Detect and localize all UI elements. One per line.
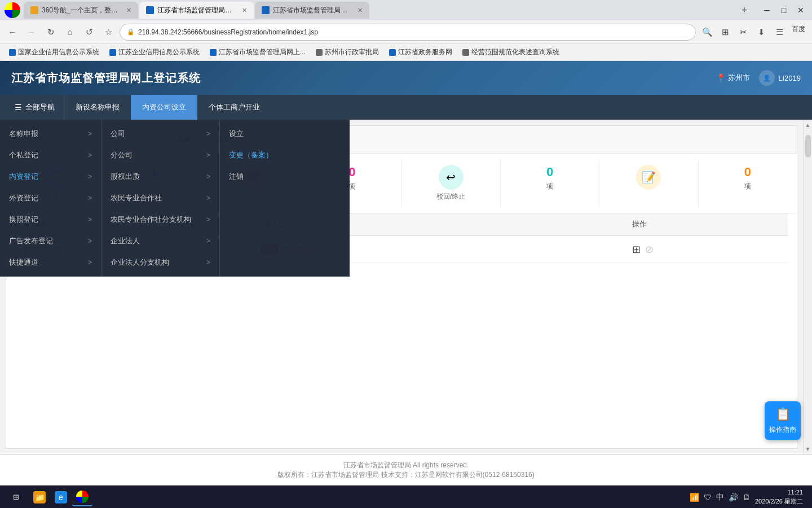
home-button[interactable]: ⌂ — [62, 24, 78, 40]
dropdown-col3-item[interactable]: 注销 — [220, 166, 350, 187]
refresh-button[interactable]: ↻ — [43, 24, 59, 40]
scissors-button[interactable]: ✂ — [735, 24, 751, 40]
input-method-icon[interactable]: 中 — [716, 492, 724, 502]
dropdown-col2-item[interactable]: 企业法人分支机构> — [102, 252, 219, 273]
dd-subitem-label: 注销 — [229, 172, 244, 181]
maximize-button[interactable]: □ — [777, 3, 791, 17]
dropdown-col2-item[interactable]: 公司> — [102, 123, 219, 144]
float-action-button[interactable]: 📋 操作指南 — [765, 401, 801, 440]
taskbar-tray: 📶 🛡 中 🔊 🖥 11:21 2020/2/26 星期二 — [690, 488, 807, 506]
bookmark-favicon — [316, 49, 323, 56]
menu-button[interactable]: ☰ — [771, 24, 787, 40]
dd-subitem-label: 变更（备案） — [229, 151, 273, 159]
dd-arrow-icon: > — [88, 259, 92, 266]
dropdown-col1-item[interactable]: 外资登记> — [0, 187, 101, 209]
footer-copyright: 江苏省市场监督管理局 All rights reserved. — [0, 461, 812, 470]
taskbar-apps: 📁 e — [29, 488, 92, 506]
volume-icon[interactable]: 🔊 — [729, 493, 738, 502]
forward-button[interactable]: → — [24, 24, 39, 40]
minimize-button[interactable]: ─ — [760, 3, 774, 17]
dropdown-col1-item[interactable]: 换照登记> — [0, 209, 101, 230]
start-button[interactable]: ⊞ — [5, 488, 27, 506]
dd-arrow-icon: > — [88, 151, 92, 159]
taskbar-app-browser[interactable] — [72, 488, 92, 506]
tray-time[interactable]: 11:21 2020/2/26 星期二 — [755, 488, 803, 506]
back-button[interactable]: ← — [5, 24, 20, 40]
wifi-icon[interactable]: 📶 — [690, 493, 699, 502]
scroll-down[interactable]: ▼ — [803, 444, 812, 454]
dropdown-col2-item[interactable]: 股权出质> — [102, 166, 219, 187]
search-button[interactable]: 🔍 — [699, 24, 715, 40]
scroll-up[interactable]: ▲ — [803, 120, 812, 130]
taskbar-app-ie[interactable]: e — [51, 488, 71, 506]
dd-item-label: 股权出质 — [111, 172, 140, 182]
browser-tab-tab3[interactable]: 江苏省市场监督管理局网上登记... ✕ — [255, 2, 369, 19]
bookmark-favicon — [109, 49, 116, 56]
bookmark-label: 苏州市行政审批局 — [325, 47, 379, 57]
browser-tab-tab2[interactable]: 江苏省市场监督管理局网上登记... ✕ — [139, 2, 254, 19]
tab-close-button[interactable]: ✕ — [242, 7, 247, 14]
stat-icon: ↩ — [439, 165, 464, 190]
new-tab-button[interactable]: + — [736, 2, 752, 18]
all-nav-button[interactable]: ☰ 全部导航 — [6, 95, 64, 120]
dd-arrow-icon: > — [88, 237, 92, 245]
stat-number-item: 0 项 — [501, 159, 599, 207]
nav-menu-label: 全部导航 — [25, 102, 55, 112]
nav-item-domestic-company[interactable]: 内资公司设立 — [131, 95, 197, 120]
nav-item-name-report[interactable]: 新设名称申报 — [64, 95, 131, 120]
shield-icon[interactable]: 🛡 — [704, 493, 712, 502]
dropdown-menu: 名称申报>个私登记>内资登记>外资登记>换照登记>广告发布登记>快捷通道> 公司… — [0, 120, 350, 277]
scrollbar[interactable]: ▲ ▼ — [803, 120, 812, 454]
bookmark-label: 江苏省市场监督管理局网上... — [219, 47, 306, 57]
dd-subitem-label: 设立 — [229, 129, 244, 138]
bookmark-item[interactable]: 江苏省政务服务网 — [385, 46, 457, 59]
dropdown-col1-item[interactable]: 名称申报> — [0, 123, 101, 144]
nav-item-individual-business[interactable]: 个体工商户开业 — [197, 95, 271, 120]
tab-close-button[interactable]: ✕ — [126, 7, 131, 14]
stat-item: 📝 — [599, 159, 698, 207]
username: Lf2019 — [778, 74, 801, 82]
scroll-thumb[interactable] — [805, 135, 811, 157]
grid-action-icon[interactable]: ⊞ — [632, 243, 641, 256]
bookmark-item[interactable]: 苏州市行政审批局 — [311, 46, 383, 59]
bookmark-button[interactable]: ☆ — [100, 24, 116, 40]
dd-item-label: 企业法人分支机构 — [111, 257, 169, 268]
bookmark-label: 经营范围规范化表述查询系统 — [471, 47, 559, 57]
dd-arrow-icon: > — [206, 151, 210, 159]
dropdown-col2-item[interactable]: 农民专业合作社分支机构> — [102, 209, 219, 230]
bookmark-item[interactable]: 江苏企业信用信息公示系统 — [105, 46, 204, 59]
apps-button[interactable]: ⊞ — [717, 24, 733, 40]
bookmark-favicon — [389, 49, 396, 56]
dropdown-col3: 设立变更（备案）注销 — [220, 120, 350, 277]
screen-icon[interactable]: 🖥 — [743, 493, 751, 502]
address-bar[interactable]: 🔒 218.94.38.242:56666/businessRegistrati… — [120, 24, 696, 41]
dropdown-col2-item[interactable]: 农民专业合作社> — [102, 187, 219, 209]
download-button[interactable]: ⬇ — [753, 24, 769, 40]
bookmark-item[interactable]: 经营范围规范化表述查询系统 — [458, 46, 564, 59]
dropdown-col3-item[interactable]: 变更（备案） — [220, 144, 350, 166]
dropdown-col3-item[interactable]: 设立 — [220, 123, 350, 144]
reload-button[interactable]: ↺ — [81, 24, 97, 40]
window-controls: ─ □ ✕ — [760, 3, 807, 17]
tab-label: 江苏省市场监督管理局网上登记... — [273, 6, 352, 15]
dropdown-col2-item[interactable]: 企业法人> — [102, 230, 219, 252]
dropdown-col2-item[interactable]: 分公司> — [102, 144, 219, 166]
location-icon: 📍 — [716, 73, 726, 82]
dd-item-label: 农民专业合作社分支机构 — [111, 214, 191, 225]
stat-icon: 📝 — [636, 165, 661, 190]
user-badge[interactable]: 👤 Lf2019 — [759, 70, 801, 86]
cancel-action-icon[interactable]: ⊘ — [645, 243, 654, 256]
dropdown-col1-item[interactable]: 个私登记> — [0, 144, 101, 166]
bookmark-item[interactable]: 国家企业信用信息公示系统 — [5, 46, 104, 59]
tab-close-button[interactable]: ✕ — [358, 7, 363, 14]
dropdown-col1-item[interactable]: 内资登记> — [0, 166, 101, 187]
taskbar-app-fileexplorer[interactable]: 📁 — [29, 488, 50, 506]
dd-arrow-icon: > — [88, 130, 92, 138]
dropdown-col1-item[interactable]: 快捷通道> — [0, 252, 101, 273]
bookmark-item[interactable]: 江苏省市场监督管理局网上... — [205, 46, 310, 59]
browser-tab-tab1[interactable]: 360导航_一个主页，整个世界 ✕ — [24, 2, 138, 19]
file-explorer-icon: 📁 — [33, 491, 46, 503]
bookmark-favicon — [9, 49, 16, 56]
close-button[interactable]: ✕ — [794, 3, 807, 17]
dropdown-col1-item[interactable]: 广告发布登记> — [0, 230, 101, 252]
